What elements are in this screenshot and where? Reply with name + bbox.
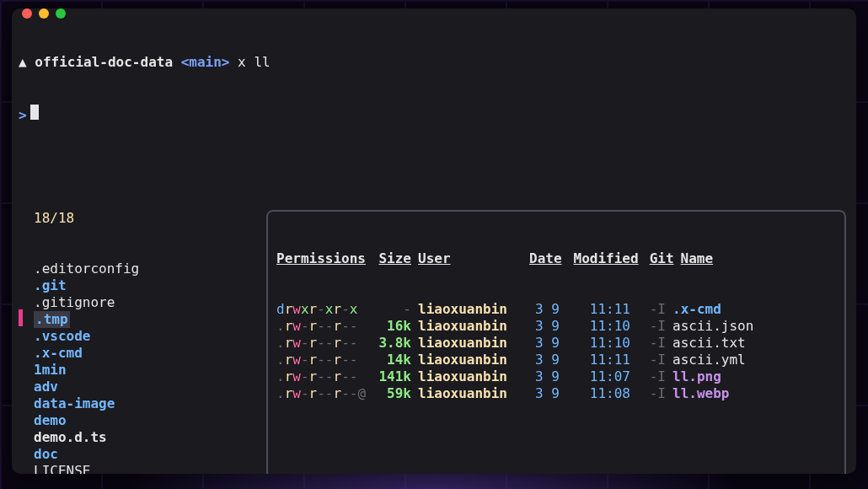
list-item-label: demo [34,412,67,429]
minimize-icon[interactable] [39,8,49,19]
prompt-x: x [238,54,246,71]
selection-marker [19,309,23,326]
cell-git: -I [630,318,666,335]
input-line[interactable]: > [19,105,849,124]
cursor [30,105,39,120]
cell-date: 3 9 [529,385,563,402]
cell-date: 3 9 [529,301,563,318]
th-user: User [418,250,529,267]
cell-permissions: .rw-r--r-- [276,318,378,335]
th-size: Size [378,250,418,267]
th-name: Name [674,250,836,267]
list-counter: 18/18 [19,210,268,227]
list-item-label: 1min [34,362,67,379]
list-item[interactable]: .x-cmd [19,345,268,362]
th-modified: Modified [565,250,639,267]
cell-git: -I [630,335,666,352]
list-item[interactable]: demo.d.ts [19,429,268,446]
table-row[interactable]: drwxr-xr-x-liaoxuanbin3 911:11-I.x-cmd [276,301,836,318]
list-item[interactable]: demo [19,412,268,429]
cell-user: liaoxuanbin [418,301,529,318]
list-item-label: .x-cmd [34,345,83,362]
cell-size: 59k [378,385,418,402]
ll-output-pane: Permissions Size User Date Modified Git … [266,210,846,474]
prompt-line: ▲ official-doc-data <main> x ll [19,54,849,71]
list-item-label: adv [34,379,58,395]
ll-header-row: Permissions Size User Date Modified Git … [276,250,836,267]
cell-git: -I [630,352,666,368]
terminal-window: ▲ official-doc-data <main> x ll > 18/18 … [12,8,856,474]
cell-name: ll.webp [666,385,836,402]
cell-user: liaoxuanbin [418,385,529,402]
list-item-label: .tmp [35,311,68,327]
input-symbol: > [19,107,30,124]
cell-permissions: drwxr-xr-x [276,301,378,318]
cell-modified: 11:10 [563,318,630,335]
zoom-icon[interactable] [56,8,66,19]
cell-user: liaoxuanbin [418,318,529,335]
cell-permissions: .rw-r--r-- [276,352,378,368]
list-item[interactable]: adv [19,379,268,395]
cell-modified: 11:11 [563,301,630,318]
table-row[interactable]: .rw-r--r--16kliaoxuanbin3 911:10-Iascii.… [276,318,836,335]
cell-size: 14k [378,352,418,368]
cell-name: ascii.yml [666,352,836,368]
th-date: Date [529,250,565,267]
list-item[interactable]: doc [19,446,268,463]
cell-name: ll.png [666,368,836,385]
cell-modified: 11:11 [563,352,630,368]
cell-user: liaoxuanbin [418,368,529,385]
list-item[interactable]: 1min [19,362,268,379]
list-item-label: demo.d.ts [34,429,107,446]
table-row[interactable]: .rw-r--r--14kliaoxuanbin3 911:11-Iascii.… [276,352,836,368]
th-permissions: Permissions [276,250,378,267]
list-item[interactable]: .tmp [19,311,268,328]
prompt-branch: <main> [173,54,238,71]
cell-name: .x-cmd [666,301,836,318]
cell-date: 3 9 [529,368,563,385]
list-item-label: .git [34,277,67,294]
cell-size: 16k [378,318,418,335]
list-item-label: .editorconfig [34,261,139,277]
list-item[interactable]: .gitignore [19,294,268,311]
cell-permissions: .rw-r--r--@ [276,385,378,402]
prompt-triangle-icon: ▲ [19,54,35,71]
list-item[interactable]: .git [19,277,268,294]
list-item-label: .vscode [34,328,90,345]
cell-modified: 11:10 [563,335,630,352]
cell-modified: 11:07 [563,368,630,385]
list-item[interactable]: data-image [19,395,268,412]
th-git: Git [639,250,674,267]
cell-date: 3 9 [529,318,563,335]
list-item[interactable]: .editorconfig [19,261,268,277]
cell-user: liaoxuanbin [418,352,529,368]
list-item[interactable]: LICENSE [19,463,268,474]
cell-date: 3 9 [529,352,563,368]
cell-size: - [378,301,418,318]
table-row[interactable]: .rw-r--r--141kliaoxuanbin3 911:07-Ill.pn… [276,368,836,385]
list-item-label: doc [34,446,58,463]
list-item-label: .gitignore [34,294,115,311]
cell-name: ascii.txt [666,335,836,352]
cell-permissions: .rw-r--r-- [276,335,378,352]
cell-modified: 11:08 [563,385,630,402]
window-titlebar [12,8,856,19]
cell-date: 3 9 [529,335,563,352]
cell-size: 141k [378,368,418,385]
list-item[interactable]: .vscode [19,328,268,345]
cell-git: -I [630,385,666,402]
close-icon[interactable] [22,8,32,19]
prompt-command: ll [254,54,270,71]
cell-name: ascii.json [666,318,836,335]
table-row[interactable]: .rw-r--r--3.8kliaoxuanbin3 911:10-Iascii… [276,335,836,352]
cell-git: -I [630,368,666,385]
file-list-sidebar: 18/18 .editorconfig.git.gitignore.tmp.vs… [19,176,271,474]
terminal-body[interactable]: ▲ official-doc-data <main> x ll > 18/18 … [12,19,856,474]
cell-permissions: .rw-r--r-- [276,368,378,385]
cell-user: liaoxuanbin [418,335,529,352]
table-row[interactable]: .rw-r--r--@59kliaoxuanbin3 911:08-Ill.we… [276,385,836,402]
cell-size: 3.8k [378,335,418,352]
prompt-cwd: official-doc-data [35,54,173,71]
list-item-label: data-image [34,395,115,412]
list-item-label: LICENSE [34,463,90,474]
